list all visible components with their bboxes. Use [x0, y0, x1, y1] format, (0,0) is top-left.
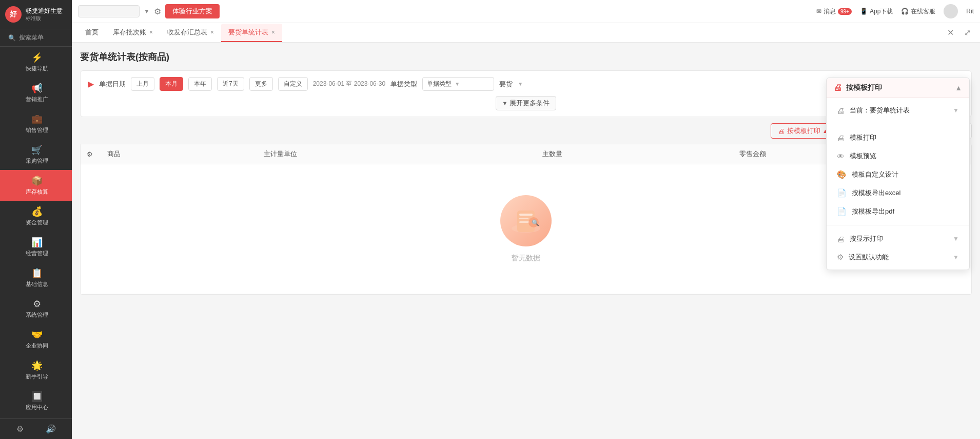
app-icon: 📱	[860, 8, 868, 15]
finance-icon: 💰	[31, 206, 43, 217]
sidebar-item-system[interactable]: ⚙ 系统管理	[0, 293, 72, 324]
th-settings[interactable]: ⚙	[81, 144, 101, 164]
dropdown-export-pdf[interactable]: 📄 按模板导出pdf	[827, 202, 969, 221]
sidebar-search[interactable]: 🔍 搜索菜单	[0, 29, 72, 47]
th-unit: 主计量单位	[258, 144, 536, 164]
window-close-btn[interactable]: ✕	[944, 27, 957, 39]
topbar-search-input[interactable]	[78, 5, 140, 17]
purchase-icon: 🛒	[31, 144, 43, 156]
sidebar-item-app-center[interactable]: 🔲 应用中心	[0, 386, 72, 416]
date-custom-btn[interactable]: 自定义	[278, 77, 308, 91]
sidebar-item-sales[interactable]: 💼 销售管理	[0, 108, 72, 139]
dropdown-print-icon: 🖨	[834, 83, 842, 92]
dropdown-divider-2	[827, 225, 969, 225]
basic-icon: 📋	[31, 268, 43, 279]
empty-text: 暂无数据	[512, 254, 540, 263]
date-prev-month-btn[interactable]: 上月	[131, 77, 154, 91]
window-maximize-btn[interactable]: ⤢	[961, 27, 974, 39]
dropdown-template-print[interactable]: 🖨 模板打印	[827, 128, 969, 147]
tab-close-batch[interactable]: ×	[149, 29, 153, 36]
topbar-right: ✉ 消息 99+ 📱 App下载 🎧 在线客服 Rit	[816, 4, 974, 18]
tabs-window-controls: ✕ ⤢	[944, 27, 974, 39]
print-dropdown-panel: 🖨 按模板打印 ▲ 🖨 当前：要货单统计表 ▼ 🖨	[826, 78, 970, 270]
date-more-btn[interactable]: 更多	[249, 77, 273, 91]
trial-button[interactable]: 体验行业方案	[165, 4, 220, 18]
system-icon: ⚙	[33, 298, 41, 310]
collab-icon: 🤝	[31, 329, 43, 340]
tabs-bar: 首页 库存批次账 × 收发存汇总表 × 要货单统计表 × ✕ ⤢	[72, 23, 980, 43]
svg-text:🔍: 🔍	[532, 219, 539, 226]
guide-icon: 🌟	[31, 360, 43, 371]
dropdown-display-print[interactable]: 🖨 按显示打印 ▼	[827, 230, 969, 248]
display-print-arrow: ▼	[953, 235, 959, 242]
tab-home[interactable]: 首页	[78, 24, 106, 42]
dropdown-set-default[interactable]: ⚙ 设置默认功能 ▼	[827, 248, 969, 266]
dropdown-export-excel[interactable]: 📄 按模板导出excel	[827, 184, 969, 202]
topbar-gear-icon[interactable]: ⚙	[154, 7, 161, 16]
dropdown-main-section: 🖨 模板打印 👁 模板预览 🎨 模板自定义设计	[827, 125, 969, 224]
template-design-icon: 🎨	[837, 170, 847, 179]
sidebar-item-finance[interactable]: 💰 资金管理	[0, 201, 72, 232]
topbar-avatar[interactable]	[944, 4, 958, 18]
dropdown-divider-1	[827, 124, 969, 124]
topbar-username[interactable]: Rit	[966, 8, 974, 15]
order-type-dropdown-arrow: ▼	[518, 81, 523, 87]
settings-bottom-icon[interactable]: ⚙	[16, 424, 24, 434]
display-print-icon: 🖨	[837, 235, 845, 243]
template-print-icon: 🖨	[837, 133, 845, 142]
tab-close-order[interactable]: ×	[271, 29, 275, 36]
svg-rect-2	[519, 214, 533, 216]
dropdown-current-item[interactable]: 🖨 当前：要货单统计表 ▼	[827, 101, 969, 120]
dropdown-template-preview[interactable]: 👁 模板预览	[827, 147, 969, 165]
print-icon: 🖨	[778, 127, 785, 135]
topbar-app-btn[interactable]: 📱 App下载	[860, 7, 893, 16]
topbar-service-btn[interactable]: 🎧 在线客服	[901, 7, 935, 16]
sidebar-item-quick-nav[interactable]: ⚡ 快捷导航	[0, 47, 72, 78]
current-item-arrow: ▼	[953, 107, 959, 114]
operation-icon: 📊	[31, 237, 43, 248]
export-excel-icon: 📄	[837, 188, 847, 198]
inventory-icon: 📦	[31, 175, 43, 186]
dropdown-extra-section: 🖨 按显示打印 ▼ ⚙ 设置默认功能 ▼	[827, 226, 969, 270]
svg-rect-3	[519, 218, 528, 219]
type-dropdown[interactable]: 单据类型 ▼	[422, 77, 494, 91]
sidebar-item-purchase[interactable]: 🛒 采购管理	[0, 139, 72, 170]
tab-close-receipt[interactable]: ×	[210, 29, 214, 36]
page-title: 要货单统计表(按商品)	[80, 51, 972, 63]
sidebar-item-basic[interactable]: 📋 基础信息	[0, 262, 72, 293]
date-last-7-days-btn[interactable]: 近7天	[217, 77, 244, 91]
tab-receipt-summary[interactable]: 收发存汇总表 ×	[160, 24, 221, 42]
tab-order-summary[interactable]: 要货单统计表 ×	[221, 24, 282, 42]
column-settings-icon[interactable]: ⚙	[87, 150, 93, 158]
set-default-arrow: ▼	[953, 254, 959, 261]
dropdown-template-design[interactable]: 🎨 模板自定义设计	[827, 165, 969, 184]
sidebar: 好 畅捷通好生意 标准版 🔍 搜索菜单 ⚡ 快捷导航 📢 营销推广 💼 销售管理…	[0, 0, 72, 439]
topbar-msg-btn[interactable]: ✉ 消息 99+	[816, 7, 852, 16]
export-pdf-icon: 📄	[837, 207, 847, 216]
sidebar-item-collab[interactable]: 🤝 企业协同	[0, 324, 72, 355]
dropdown-header: 🖨 按模板打印 ▲	[827, 78, 969, 98]
topbar: ▼ ⚙ 体验行业方案 ✉ 消息 99+ 📱 App下载 🎧 在线客服 Rit	[72, 0, 980, 23]
app-center-icon: 🔲	[31, 391, 43, 402]
current-icon: 🖨	[837, 106, 845, 115]
expand-more-icon: ▼	[502, 100, 508, 106]
expand-more-btn[interactable]: ▼ 展开更多条件	[496, 96, 557, 110]
empty-icon: 🔍	[500, 195, 552, 246]
sidebar-item-operation[interactable]: 📊 经营管理	[0, 232, 72, 262]
tab-batch-account[interactable]: 库存批次账 ×	[106, 24, 160, 42]
page-content: 要货单统计表(按商品) ▶ 单据日期 上月 本月 本年 近7天 更多 自定义 2…	[72, 43, 980, 439]
sound-bottom-icon[interactable]: 🔊	[46, 424, 56, 434]
sidebar-item-inventory[interactable]: 📦 库存核算	[0, 170, 72, 201]
sidebar-item-guide[interactable]: 🌟 新手引导	[0, 355, 72, 386]
topbar-dropdown-arrow[interactable]: ▼	[144, 8, 150, 15]
date-this-month-btn[interactable]: 本月	[160, 77, 183, 91]
dropdown-close-arrow[interactable]: ▲	[955, 84, 962, 92]
filter-expand-icon[interactable]: ▶	[88, 79, 94, 89]
set-default-icon: ⚙	[837, 253, 844, 262]
sidebar-item-marketing[interactable]: 📢 营销推广	[0, 78, 72, 108]
date-this-year-btn[interactable]: 本年	[188, 77, 212, 91]
marketing-icon: 📢	[31, 83, 43, 94]
dropdown-current-section: 🖨 当前：要货单统计表 ▼	[827, 98, 969, 123]
sidebar-logo: 好 畅捷通好生意 标准版	[0, 0, 72, 29]
order-type-label: 要货	[499, 80, 513, 89]
